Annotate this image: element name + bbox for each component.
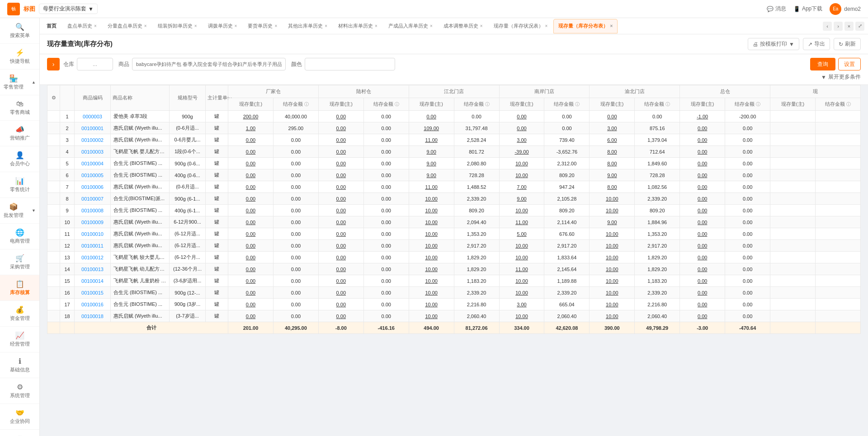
- sidebar-item-search-hero[interactable]: 🔍 搜索英单: [0, 18, 39, 44]
- row-yb-qty[interactable]: 10.00: [590, 287, 635, 299]
- row-total-qty[interactable]: 0.00: [680, 158, 725, 169]
- row-fc-qty[interactable]: 0.00: [228, 228, 274, 240]
- row-fc-qty[interactable]: 0.00: [228, 240, 274, 252]
- row-na-qty[interactable]: 10.00: [499, 287, 544, 299]
- row-lc-qty[interactable]: 0.00: [318, 193, 363, 205]
- tab-other-out-history[interactable]: 其他出库单历史 ×: [283, 19, 332, 33]
- row-total-qty[interactable]: 0.00: [680, 193, 725, 205]
- tab-close-icon[interactable]: ×: [274, 23, 277, 28]
- row-na-qty[interactable]: 5.00: [499, 228, 544, 240]
- tab-close-icon[interactable]: ×: [144, 23, 147, 28]
- row-na-qty[interactable]: 10.00: [499, 275, 544, 287]
- row-lc-qty[interactable]: 0.00: [318, 205, 363, 216]
- row-jb-qty[interactable]: 10.00: [409, 275, 454, 287]
- row-yb-qty[interactable]: 10.00: [590, 310, 635, 322]
- row-total-qty[interactable]: 0.00: [680, 240, 725, 252]
- row-total-qty[interactable]: 0.00: [680, 275, 725, 287]
- tab-product-in-history[interactable]: 产成品入库单历史 ×: [383, 19, 438, 33]
- row-lc-qty[interactable]: 0.00: [318, 299, 363, 310]
- sidebar-item-finance[interactable]: 💰 资金管理: [0, 301, 39, 327]
- sidebar-item-guide[interactable]: 📖 新手引导: [0, 430, 39, 436]
- row-fc-qty[interactable]: 200.00: [228, 111, 274, 122]
- row-fc-qty[interactable]: 0.00: [228, 310, 274, 322]
- message-btn[interactable]: 💬 消息: [767, 5, 786, 13]
- row-total-qty[interactable]: 0.00: [680, 134, 725, 146]
- row-lc-qty[interactable]: 0.00: [318, 181, 363, 193]
- tab-stock-status[interactable]: 现存量（库存状况表） ×: [489, 19, 553, 33]
- row-na-qty[interactable]: 10.00: [499, 205, 544, 216]
- row-fc-qty[interactable]: 0.00: [228, 169, 274, 181]
- sidebar-item-wholesale-mgmt[interactable]: 📦 批发管理 ▼: [0, 198, 39, 224]
- row-jb-qty[interactable]: 0.00: [409, 111, 454, 122]
- row-jb-qty[interactable]: 9.00: [409, 169, 454, 181]
- expand-btn[interactable]: ›: [47, 58, 60, 70]
- row-total-qty[interactable]: 0.00: [680, 122, 725, 134]
- row-jb-qty[interactable]: 10.00: [409, 287, 454, 299]
- row-yb-qty[interactable]: 8.00: [590, 146, 635, 158]
- row-lc-qty[interactable]: 0.00: [318, 111, 363, 122]
- tab-close-icon[interactable]: ×: [194, 23, 197, 28]
- tab-close-all-btn[interactable]: ×: [844, 22, 854, 31]
- row-total-qty[interactable]: 0.00: [680, 169, 725, 181]
- row-fc-qty[interactable]: 0.00: [228, 193, 274, 205]
- tab-stock-dist[interactable]: 现存量（库存分布表） ×: [553, 19, 618, 33]
- tab-close-icon[interactable]: ×: [375, 23, 377, 28]
- row-total-qty[interactable]: 0.00: [680, 146, 725, 158]
- row-lc-qty[interactable]: 0.00: [318, 263, 363, 275]
- color-input[interactable]: [305, 58, 395, 70]
- row-na-qty[interactable]: 7.00: [499, 181, 544, 193]
- row-yb-qty[interactable]: 10.00: [590, 205, 635, 216]
- row-na-qty[interactable]: 3.00: [499, 299, 544, 310]
- row-yb-qty[interactable]: 8.00: [590, 181, 635, 193]
- app-download-btn[interactable]: 📱 App下载: [793, 5, 822, 13]
- row-fc-qty[interactable]: 0.00: [228, 287, 274, 299]
- row-yb-qty[interactable]: 10.00: [590, 299, 635, 310]
- tab-maximize-btn[interactable]: ⤢: [855, 22, 864, 31]
- row-yb-qty[interactable]: 0.00: [590, 111, 635, 122]
- print-btn[interactable]: 🖨 按模板打印 ▼: [748, 38, 799, 50]
- row-yb-qty[interactable]: 3.00: [590, 122, 635, 134]
- row-jb-qty[interactable]: 10.00: [409, 299, 454, 310]
- sidebar-item-ecommerce[interactable]: 🌐 电商管理: [0, 224, 39, 249]
- row-jb-qty[interactable]: 9.00: [409, 146, 454, 158]
- tab-close-icon[interactable]: ×: [235, 23, 237, 28]
- row-fc-qty[interactable]: 0.00: [228, 146, 274, 158]
- row-yb-qty[interactable]: 10.00: [590, 275, 635, 287]
- sidebar-item-system[interactable]: ⚙ 系统管理: [0, 378, 39, 404]
- company-selector[interactable]: 母婴行业演示陈套 ▼: [39, 4, 98, 14]
- row-lc-qty[interactable]: 0.00: [318, 240, 363, 252]
- tab-order-history[interactable]: 要货单历史 ×: [243, 19, 282, 33]
- row-total-qty[interactable]: 0.00: [680, 263, 725, 275]
- sidebar-item-enterprise-collab[interactable]: 🤝 企业协同: [0, 404, 39, 430]
- row-jb-qty[interactable]: 109.00: [409, 122, 454, 134]
- row-jb-qty[interactable]: 10.00: [409, 193, 454, 205]
- row-jb-qty[interactable]: 10.00: [409, 216, 454, 228]
- export-btn[interactable]: ↗ 导出: [803, 38, 830, 50]
- set-btn[interactable]: 设置: [838, 58, 861, 70]
- row-jb-qty[interactable]: 10.00: [409, 228, 454, 240]
- sidebar-item-operations[interactable]: 📈 经营管理: [0, 327, 39, 352]
- row-total-qty[interactable]: 0.00: [680, 310, 725, 322]
- row-fc-qty[interactable]: 0.00: [228, 216, 274, 228]
- tab-close-icon[interactable]: ×: [545, 23, 548, 28]
- row-lc-qty[interactable]: 0.00: [318, 216, 363, 228]
- sidebar-item-retail-shop[interactable]: 🛍 零售商城: [0, 95, 39, 121]
- row-total-qty[interactable]: 0.00: [680, 299, 725, 310]
- row-yb-qty[interactable]: 9.00: [590, 169, 635, 181]
- row-na-qty[interactable]: 3.00: [499, 134, 544, 146]
- row-lc-qty[interactable]: 0.00: [318, 146, 363, 158]
- row-total-qty[interactable]: 0.00: [680, 216, 725, 228]
- row-fc-qty[interactable]: 0.00: [228, 252, 274, 263]
- row-na-qty[interactable]: 10.00: [499, 310, 544, 322]
- row-lc-qty[interactable]: 0.00: [318, 122, 363, 134]
- row-na-qty[interactable]: 11.00: [499, 216, 544, 228]
- row-fc-qty[interactable]: 0.00: [228, 205, 274, 216]
- tab-material-out-history[interactable]: 材料出库单历史 ×: [333, 19, 382, 33]
- sidebar-item-basic-info[interactable]: ℹ 基础信息: [0, 352, 39, 378]
- row-total-qty[interactable]: -1.00: [680, 111, 725, 122]
- row-jb-qty[interactable]: 10.00: [409, 310, 454, 322]
- row-fc-qty[interactable]: 1.00: [228, 122, 274, 134]
- row-jb-qty[interactable]: 11.00: [409, 134, 454, 146]
- row-total-qty[interactable]: 0.00: [680, 287, 725, 299]
- row-yb-qty[interactable]: 10.00: [590, 240, 635, 252]
